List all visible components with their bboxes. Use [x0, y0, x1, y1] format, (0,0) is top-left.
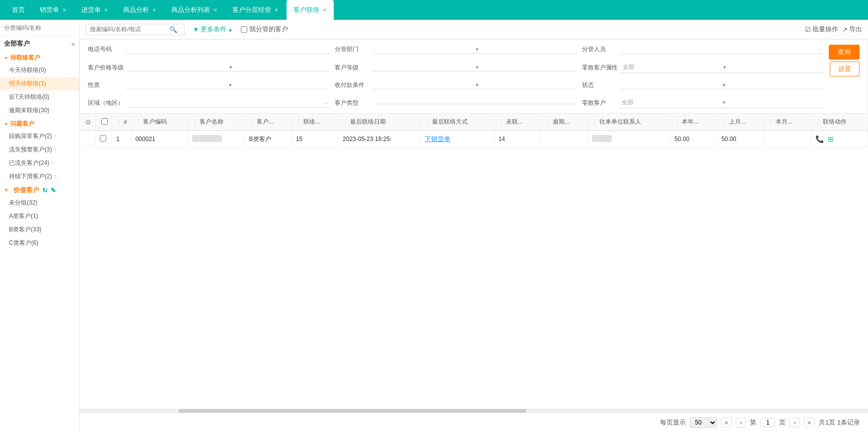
- total-records: 共1页 1条记录: [819, 418, 860, 427]
- first-page-btn[interactable]: «: [721, 418, 732, 428]
- nav-analysis-list-close[interactable]: ✕: [213, 7, 217, 13]
- my-customers-checkbox[interactable]: [241, 26, 247, 33]
- filter-phone: 电话号码: [88, 45, 330, 54]
- page-label: 第: [750, 418, 756, 427]
- sidebar-item-overdue[interactable]: 逾期未联络(30): [0, 104, 79, 117]
- last-method-link[interactable]: 下销货单: [425, 135, 450, 143]
- export-btn[interactable]: ↗ 导出: [842, 25, 862, 34]
- nav-home[interactable]: 首页: [5, 0, 32, 20]
- sidebar-item-tomorrow[interactable]: 明天待联络(1): [0, 77, 79, 90]
- set-button[interactable]: 设置: [830, 62, 860, 76]
- prev-page-btn[interactable]: ‹: [736, 418, 746, 428]
- td-last-month: 50.00: [717, 131, 764, 147]
- filter-customer-level-select[interactable]: ▼: [372, 64, 577, 72]
- settings-icon[interactable]: ⚙: [85, 118, 91, 126]
- filter-retail-customer-select[interactable]: 全部 ▼: [620, 97, 824, 108]
- horizontal-scrollbar-track: [79, 409, 868, 413]
- nav-customer-contact-close[interactable]: ✕: [322, 7, 327, 13]
- nav-analysis-close[interactable]: ✕: [152, 7, 156, 13]
- nav-sales[interactable]: 销货单 ✕: [33, 0, 73, 20]
- td-name: [188, 131, 245, 147]
- col-num: #: [112, 114, 132, 131]
- td-customer-type: B类客户: [245, 131, 291, 147]
- td-last-method: 下销货单: [420, 131, 494, 147]
- filter-gender-select[interactable]: ▼: [126, 81, 330, 89]
- filter-manager-input[interactable]: ···: [620, 45, 824, 54]
- sidebar-item-class-c[interactable]: C类客户(6): [0, 236, 79, 250]
- sidebar-item-lost-warning[interactable]: 流失预警客户(3) ?: [0, 143, 79, 156]
- current-page: [760, 418, 775, 427]
- col-customer-type: 客户...: [245, 114, 291, 131]
- search-input[interactable]: [90, 26, 169, 33]
- nav-customer-tier-close[interactable]: ✕: [274, 7, 279, 13]
- col-overdue: 逾期...: [541, 114, 588, 131]
- nav-sales-close[interactable]: ✕: [62, 7, 67, 13]
- filter-buttons: 查询 设置: [829, 45, 860, 76]
- filter-customer-level: 客户等级 ▼: [335, 64, 577, 72]
- sidebar-item-lost[interactable]: 已流失客户(24) ?: [0, 156, 79, 170]
- sidebar-item-ungrouped[interactable]: 未分组(32): [0, 196, 79, 210]
- filter-dept-select[interactable]: ▼: [372, 46, 577, 54]
- filter-row-1: 电话号码 分管部门 ▼ 分管人员: [88, 45, 824, 54]
- nav-analysis-list[interactable]: 商品分析列表 ✕: [164, 0, 224, 20]
- next-page-btn[interactable]: ›: [790, 418, 799, 428]
- sidebar-item-class-a[interactable]: A类客户(1): [0, 210, 79, 223]
- value-refresh-icon[interactable]: ↻: [42, 187, 48, 194]
- chevron-down-icon-8: ▼: [722, 100, 822, 105]
- nav-purchase-close[interactable]: ✕: [104, 7, 108, 13]
- filter-price-level-select[interactable]: ▼: [127, 64, 330, 72]
- filter-phone-input[interactable]: [126, 45, 330, 54]
- value-edit-icon[interactable]: ✎: [51, 187, 56, 194]
- filter-customer-type-select[interactable]: [372, 102, 577, 104]
- my-customers-checkbox-label[interactable]: 我分管的客户: [241, 25, 288, 34]
- sidebar-item-repeat[interactable]: 回购异常客户(2) ?: [0, 130, 79, 143]
- sidebar-item-week7[interactable]: 近7天待联络(0): [0, 90, 79, 104]
- sidebar-search-input[interactable]: [4, 24, 78, 31]
- sidebar-item-class-b[interactable]: B类客户(33): [0, 223, 79, 236]
- chevron-down-icon-7: ▼: [722, 82, 822, 88]
- filter-btn[interactable]: ▼ 更多条件 ▲: [189, 23, 237, 36]
- last-page-btn[interactable]: »: [803, 418, 815, 428]
- sidebar-item-decrease[interactable]: 持续下滑客户(2) ?: [0, 170, 79, 183]
- select-all-checkbox[interactable]: [101, 118, 108, 125]
- sidebar-item-today[interactable]: 今天待联络(0): [0, 64, 79, 77]
- filter-row-4: 区域（地区） ··· 客户类型: [88, 97, 824, 108]
- filter-arrow-icon: ▲: [228, 27, 233, 32]
- sidebar-search-area: 🔍: [0, 20, 79, 36]
- page-unit: 页: [779, 418, 786, 427]
- filter-retail-attr-select[interactable]: 全部 ▼: [621, 62, 824, 73]
- action-phone-icon[interactable]: 📞: [815, 135, 824, 143]
- search-icon[interactable]: 🔍: [169, 26, 177, 33]
- all-customers-title: 全部客户 «: [0, 36, 79, 51]
- nav-customer-contact[interactable]: 客户联络 ✕: [287, 0, 334, 20]
- per-page-select[interactable]: 50 100 200: [690, 417, 717, 428]
- td-unit-contact: [588, 131, 670, 147]
- batch-btn[interactable]: ☑ 批量操作: [805, 25, 838, 34]
- col-this-year: 本年...: [670, 114, 717, 131]
- col-name: 客户名称: [188, 114, 245, 131]
- action-icons: 📞 ⊞: [815, 135, 864, 143]
- nav-purchase[interactable]: 进货单 ✕: [74, 0, 115, 20]
- nav-customer-tier[interactable]: 客户分层经营 ✕: [225, 0, 286, 20]
- nav-analysis[interactable]: 商品分析 ✕: [116, 0, 163, 20]
- td-this-year: 50.00: [670, 131, 717, 147]
- customers-table: ⚙ # 客户编码 客户名称 客户... 联络... 最后联络日期 最后联络方式 …: [79, 114, 868, 147]
- batch-icon: ☑: [805, 26, 811, 33]
- filter-region-input[interactable]: ···: [127, 98, 330, 108]
- table-row: 1 000021 B类客户 15 2023-05-23 18:25: 下销货单 …: [79, 131, 868, 147]
- filter-payment-select[interactable]: ▼: [372, 81, 577, 89]
- row-checkbox[interactable]: [100, 135, 106, 142]
- query-button[interactable]: 查询: [829, 45, 860, 60]
- export-icon: ↗: [842, 26, 848, 33]
- pending-group-label: 待联络客户: [0, 51, 79, 64]
- filter-status-select[interactable]: ▼: [620, 81, 824, 89]
- region-dots-icon: ···: [323, 99, 328, 106]
- filter-price-level: 客户价格等级 ▼: [88, 64, 330, 72]
- help-icon-repeat: ?: [54, 134, 57, 140]
- sidebar-collapse-icon[interactable]: «: [72, 40, 75, 48]
- action-grid-icon[interactable]: ⊞: [828, 135, 834, 143]
- page-number-input[interactable]: [760, 418, 775, 427]
- help-icon-lost: ?: [54, 147, 57, 153]
- chevron-down-icon: ▼: [475, 47, 575, 52]
- filter-region: 区域（地区） ···: [88, 98, 330, 108]
